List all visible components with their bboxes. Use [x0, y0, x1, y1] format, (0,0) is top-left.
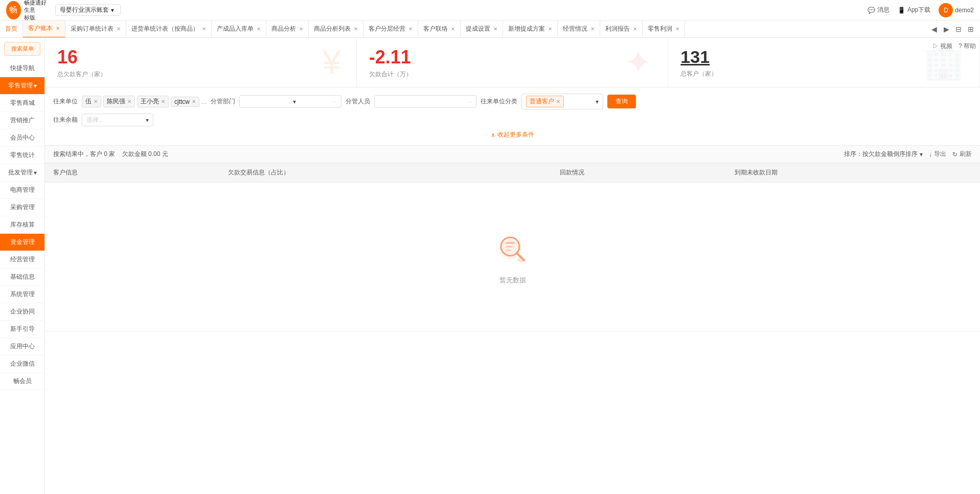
sidebar-item-inventory[interactable]: 库存核算 — [0, 216, 44, 234]
category-filter-select[interactable]: 普通客户 ✕ ▾ — [521, 94, 603, 109]
tab-goods-stats[interactable]: 进货单统计表（按商品） ✕ — [126, 20, 212, 38]
remove-unit-tag-3[interactable]: ✕ — [192, 99, 196, 104]
person-filter-label: 分管人员 — [346, 97, 370, 106]
tab-purchase-order-stats[interactable]: 采购订单统计表 ✕ — [65, 20, 126, 38]
sidebar-item-basic-info[interactable]: 基础信息 — [0, 268, 44, 286]
stat-label-total-debt: 欠款合计（万） — [369, 70, 656, 79]
sidebar-item-marketing[interactable]: 营销推广 — [0, 112, 44, 129]
unit-tag-more[interactable]: ... — [201, 98, 207, 105]
table-head: 客户信息 欠款交易信息（占比） 回款情况 到期未收款日期 — [45, 163, 980, 183]
remove-unit-tag-0[interactable]: ✕ — [94, 99, 98, 104]
dept-filter-select[interactable]: ▾ ··· — [239, 95, 341, 108]
close-tab-goods-stats[interactable]: ✕ — [202, 26, 206, 32]
message-button[interactable]: 💬 消息 — [868, 6, 890, 14]
result-actions: 排序：按欠款金额倒序排序 ▾ ↓ 导出 ↻ 刷新 — [844, 150, 972, 159]
export-button[interactable]: ↓ 导出 — [929, 150, 946, 159]
stats-header: ¥ 16 总欠款客户（家） ✦ -2.11 欠款合计（万） 🏢 131 总客户（… — [45, 38, 980, 87]
tab-customer-contact[interactable]: 客户联络 ✕ — [418, 20, 461, 38]
close-tab-product-analysis[interactable]: ✕ — [299, 26, 303, 32]
tab-product-analysis-list[interactable]: 商品分析列表 ✕ — [309, 20, 363, 38]
remove-unit-tag-1[interactable]: ✕ — [127, 99, 131, 104]
table-body: 暂无数据 — [45, 183, 980, 331]
close-tab-purchase-order[interactable]: ✕ — [117, 26, 121, 32]
sidebar-item-ecommerce[interactable]: 电商管理 — [0, 182, 44, 199]
stat-label-debt-customers: 总欠款客户（家） — [57, 70, 344, 79]
tab-retail-profit[interactable]: 零售利润 ✕ — [643, 20, 685, 38]
logo: 畅 畅捷通好生意 标版 — [6, 0, 51, 21]
person-filter-select[interactable]: ··· — [374, 95, 476, 108]
sidebar-item-retail-stats[interactable]: 零售统计 — [0, 147, 44, 164]
close-tab-business-status[interactable]: ✕ — [590, 26, 595, 32]
header-right-actions: ▷ 视频 ? 帮助 — [932, 42, 976, 51]
sort-selector[interactable]: 排序：按欠款金额倒序排序 ▾ — [844, 150, 923, 159]
tab-new-commission[interactable]: 新增提成方案 ✕ — [503, 20, 558, 38]
sidebar-item-operation[interactable]: 经营管理 — [0, 251, 44, 268]
tab-actions: ◀ ▶ ⊟ ⊞ — [925, 24, 980, 34]
close-tab-commission-settings[interactable]: ✕ — [493, 26, 497, 32]
data-table: 客户信息 欠款交易信息（占比） 回款情况 到期未收款日期 — [45, 163, 980, 331]
person-select-dots: ··· — [467, 99, 472, 105]
app-download-button[interactable]: 📱 App下载 — [898, 6, 930, 14]
tab-business-status[interactable]: 经营情况 ✕ — [558, 20, 600, 38]
close-tab-product-instock[interactable]: ✕ — [257, 26, 261, 32]
tab-prev-button[interactable]: ◀ — [929, 24, 939, 34]
tab-maximize-button[interactable]: ⊞ — [966, 24, 976, 34]
unit-tag-1: 陈民强 ✕ — [103, 96, 135, 107]
svg-rect-4 — [506, 246, 513, 248]
collapse-button[interactable]: ∧ 收起更多条件 — [53, 130, 972, 139]
unit-filter-tags: 伍 ✕ 陈民强 ✕ 王小亮 ✕ cjttcw ✕ ... — [82, 96, 207, 107]
empty-text: 暂无数据 — [499, 276, 526, 285]
tab-commission-settings[interactable]: 提成设置 ✕ — [461, 20, 503, 38]
sidebar-item-member[interactable]: 畅会员 — [0, 373, 44, 390]
tab-profit-report[interactable]: 利润报告 ✕ — [600, 20, 643, 38]
tab-home[interactable]: 首页 — [0, 20, 23, 38]
refresh-button[interactable]: ↻ 刷新 — [952, 150, 972, 159]
amount-filter-label: 往来余额 — [53, 116, 78, 124]
close-tab-customer-contact[interactable]: ✕ — [451, 26, 455, 32]
sidebar-item-retail-management[interactable]: 零售管理 ▾ — [0, 77, 44, 95]
empty-row: 暂无数据 — [45, 183, 980, 331]
amount-filter-select[interactable]: 选择... ▾ — [82, 114, 153, 126]
sidebar-item-app-center[interactable]: 应用中心 — [0, 338, 44, 355]
category-tag-0: 普通客户 ✕ — [526, 96, 564, 107]
query-button[interactable]: 查询 — [607, 95, 636, 108]
close-tab-product-analysis-list[interactable]: ✕ — [354, 26, 358, 32]
search-menu-button[interactable]: 搜索菜单 — [4, 42, 40, 56]
close-tab-retail-profit[interactable]: ✕ — [675, 26, 679, 32]
close-tab-customer-ledger[interactable]: ✕ — [56, 26, 60, 31]
close-tab-new-commission[interactable]: ✕ — [548, 26, 552, 32]
dept-filter-label: 分管部门 — [211, 97, 235, 106]
sidebar-item-member-center[interactable]: 会员中心 — [0, 129, 44, 147]
sidebar-item-retail-mall[interactable]: 零售商城 — [0, 95, 44, 112]
tab-customer-tier[interactable]: 客户分层经营 ✕ — [363, 20, 418, 38]
svg-point-6 — [518, 256, 524, 262]
filter-area: 往来单位 伍 ✕ 陈民强 ✕ 王小亮 ✕ cjttcw — [45, 87, 980, 146]
stat-number-total-debt: -2.11 — [369, 46, 656, 68]
help-btn[interactable]: ? 帮助 — [959, 42, 976, 51]
tab-next-button[interactable]: ▶ — [941, 24, 951, 34]
sidebar-quick-nav[interactable]: 快捷导航 — [0, 60, 44, 77]
download-icon: 📱 — [898, 7, 905, 14]
remove-category-tag-0[interactable]: ✕ — [556, 99, 560, 104]
sidebar-item-enterprise-collab[interactable]: 企业协同 — [0, 303, 44, 321]
sidebar-item-purchase[interactable]: 采购管理 — [0, 199, 44, 216]
close-tab-customer-tier[interactable]: ✕ — [408, 26, 413, 32]
sidebar-item-system[interactable]: 系统管理 — [0, 286, 44, 303]
sidebar-item-enterprise-wechat[interactable]: 企业微信 — [0, 355, 44, 373]
tab-minimize-button[interactable]: ⊟ — [953, 24, 964, 34]
sidebar-item-capital[interactable]: 资金管理 — [0, 234, 44, 251]
sidebar-item-wholesale[interactable]: 批发管理 ▾ — [0, 164, 44, 182]
sidebar-item-newbie[interactable]: 新手引导 — [0, 321, 44, 338]
result-info: 搜索结果中，客户 0 家 欠款金额 0.00 元 — [53, 150, 168, 159]
tab-customer-ledger[interactable]: 客户账本 ✕ — [23, 20, 65, 38]
enterprise-selector[interactable]: 母婴行业演示账套 ▾ — [55, 4, 121, 16]
user-avatar-area[interactable]: D demo2 — [939, 3, 974, 17]
remove-unit-tag-2[interactable]: ✕ — [161, 99, 165, 104]
video-btn[interactable]: ▷ 视频 — [932, 42, 952, 51]
tab-product-analysis[interactable]: 商品分析 ✕ — [266, 20, 309, 38]
tab-product-instock[interactable]: 产成品入库单 ✕ — [212, 20, 266, 38]
svg-rect-3 — [506, 242, 515, 244]
close-tab-profit-report[interactable]: ✕ — [633, 26, 637, 32]
filter-row-2: 往来余额 选择... ▾ — [53, 114, 972, 126]
unit-tag-3: cjttcw ✕ — [171, 97, 199, 107]
